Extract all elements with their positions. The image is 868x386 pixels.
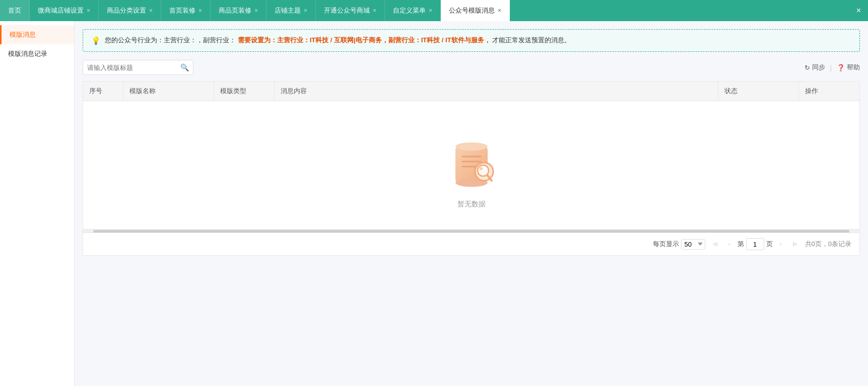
- nav-label-weshop-settings: 微商城店铺设置: [38, 6, 84, 15]
- notice-box: 💡 您的公众号行业为：主营行业：，副营行业： 需要设置为：主营行业：IT科技 /…: [83, 29, 860, 52]
- nav-label-product-category: 商品分类设置: [107, 6, 146, 15]
- main-layout: 模版消息 模版消息记录 💡 您的公众号行业为：主营行业：，副营行业： 需要设置为…: [0, 21, 868, 386]
- help-label: 帮助: [847, 63, 860, 72]
- nav-item-custom-menu[interactable]: 自定义菜单 ×: [385, 0, 441, 21]
- total-info: 共0页，0条记录: [805, 240, 851, 249]
- first-page-button[interactable]: ⊲: [709, 238, 721, 250]
- last-page-button[interactable]: ⊳: [789, 238, 801, 250]
- nav-label-home: 首页: [8, 6, 21, 15]
- sync-label: 同步: [812, 63, 825, 72]
- th-content-label: 消息内容: [281, 87, 307, 95]
- close-weshop-settings[interactable]: ×: [87, 7, 90, 14]
- sync-button[interactable]: ↻ 同步: [805, 63, 825, 72]
- th-content: 消息内容: [275, 82, 718, 101]
- nav-label-homepage-decor: 首页装修: [169, 6, 195, 15]
- search-icon[interactable]: 🔍: [180, 63, 189, 71]
- close-all-icon: ×: [856, 6, 861, 15]
- notice-prefix: 您的公众号行业为：主营行业：，副营行业：: [105, 36, 236, 44]
- sync-icon: ↻: [805, 64, 810, 71]
- svg-point-9: [478, 165, 489, 176]
- close-all-tabs-button[interactable]: ×: [849, 0, 868, 21]
- th-index-label: 序号: [89, 87, 102, 95]
- notice-highlight: 需要设置为：主营行业：IT科技 / 互联网|电子商务，副营行业：IT科技 / I…: [238, 36, 491, 44]
- svg-point-11: [480, 167, 483, 170]
- divider: |: [830, 64, 832, 71]
- close-custom-menu[interactable]: ×: [429, 7, 432, 14]
- scrollbar-thumb[interactable]: [93, 230, 849, 233]
- prev-page-button[interactable]: ‹: [723, 238, 736, 250]
- sidebar-item-template-message[interactable]: 模版消息: [0, 25, 74, 44]
- page-input-wrap: 第 页: [738, 238, 773, 250]
- th-type: 模版类型: [214, 82, 275, 101]
- page-nav: ⊲ ‹ 第 页 › ⊳: [709, 238, 801, 250]
- sidebar: 模版消息 模版消息记录: [0, 21, 75, 386]
- per-page-dropdown[interactable]: 10 20 50 100: [681, 239, 705, 250]
- sidebar-label-template-message: 模版消息: [10, 31, 36, 38]
- empty-illustration: [441, 131, 502, 192]
- page-unit: 页: [766, 240, 773, 249]
- sidebar-item-template-message-log[interactable]: 模版消息记录: [0, 44, 74, 63]
- close-product-page-decor[interactable]: ×: [254, 7, 258, 14]
- page-number-input[interactable]: [746, 238, 764, 250]
- next-page-button[interactable]: ›: [775, 238, 787, 250]
- scrollbar-area[interactable]: [83, 229, 859, 233]
- search-bar: 🔍 ↻ 同步 | ❓ 帮助: [83, 60, 860, 75]
- nav-item-product-page-decor[interactable]: 商品页装修 ×: [211, 0, 266, 21]
- notice-text: 您的公众号行业为：主营行业：，副营行业： 需要设置为：主营行业：IT科技 / 互…: [105, 36, 571, 45]
- nav-item-open-mall[interactable]: 开通公众号商城 ×: [316, 0, 385, 21]
- table-wrap: 序号 模版名称 模版类型 消息内容 状态 操作: [83, 81, 860, 256]
- th-name-label: 模版名称: [129, 87, 156, 95]
- nav-label-open-mall: 开通公众号商城: [324, 6, 370, 15]
- nav-item-weshop-settings[interactable]: 微商城店铺设置 ×: [30, 0, 99, 21]
- close-shop-theme[interactable]: ×: [304, 7, 307, 14]
- nav-label-product-page-decor: 商品页装修: [219, 6, 251, 15]
- close-product-category[interactable]: ×: [149, 7, 153, 14]
- pagination: 每页显示 10 20 50 100 ⊲ ‹ 第 页: [83, 233, 859, 255]
- th-status: 状态: [718, 82, 799, 101]
- notice-icon: 💡: [91, 36, 101, 45]
- content-area: 💡 您的公众号行业为：主营行业：，副营行业： 需要设置为：主营行业：IT科技 /…: [75, 21, 868, 386]
- top-nav: 首页 微商城店铺设置 × 商品分类设置 × 首页装修 × 商品页装修 × 店铺主…: [0, 0, 868, 21]
- help-button[interactable]: ❓ 帮助: [837, 63, 860, 72]
- nav-item-home[interactable]: 首页: [0, 0, 30, 21]
- table-header: 序号 模版名称 模版类型 消息内容 状态 操作: [83, 82, 859, 101]
- th-action-label: 操作: [805, 87, 818, 95]
- nav-label-custom-menu: 自定义菜单: [393, 6, 426, 15]
- th-type-label: 模版类型: [220, 87, 246, 95]
- svg-point-3: [455, 142, 488, 150]
- search-input[interactable]: [87, 64, 180, 71]
- th-status-label: 状态: [724, 87, 738, 95]
- per-page-label: 每页显示: [653, 240, 679, 249]
- th-index: 序号: [83, 82, 123, 101]
- help-icon: ❓: [837, 64, 845, 71]
- search-actions: ↻ 同步 | ❓ 帮助: [805, 63, 860, 72]
- th-name: 模版名称: [123, 82, 214, 101]
- search-input-wrap[interactable]: 🔍: [83, 60, 193, 75]
- nav-item-shop-theme[interactable]: 店铺主题 ×: [266, 0, 316, 21]
- per-page-select: 每页显示 10 20 50 100: [653, 239, 705, 250]
- nav-item-homepage-decor[interactable]: 首页装修 ×: [161, 0, 211, 21]
- nav-label-shop-theme: 店铺主题: [275, 6, 301, 15]
- th-action: 操作: [799, 82, 859, 101]
- page-label: 第: [738, 240, 744, 249]
- empty-state: 暂无数据: [83, 101, 859, 229]
- nav-item-product-category[interactable]: 商品分类设置 ×: [99, 0, 161, 21]
- nav-item-template-msg[interactable]: 公众号模版消息 ×: [441, 0, 510, 21]
- notice-suffix: 才能正常发送预置的消息。: [492, 36, 571, 44]
- close-open-mall[interactable]: ×: [373, 7, 376, 14]
- empty-text: 暂无数据: [457, 200, 486, 209]
- close-template-msg[interactable]: ×: [498, 7, 501, 14]
- close-homepage-decor[interactable]: ×: [198, 7, 202, 14]
- sidebar-label-template-message-log: 模版消息记录: [8, 50, 47, 57]
- nav-label-template-msg: 公众号模版消息: [449, 6, 495, 15]
